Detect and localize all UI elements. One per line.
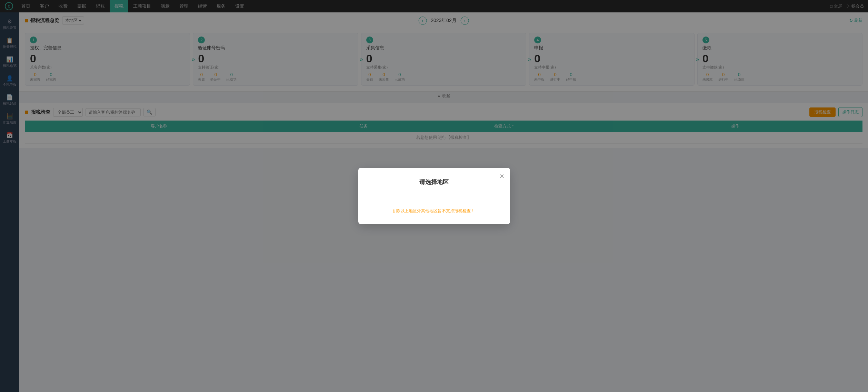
modal-title: 请选择地区 [372, 178, 496, 186]
modal-warning: ℹ 除以上地区外其他地区暂不支持报税检查！ [372, 208, 496, 214]
warning-icon: ℹ [393, 209, 395, 214]
modal-overlay[interactable]: ✕ 请选择地区 ℹ 除以上地区外其他地区暂不支持报税检查！ [0, 0, 868, 392]
modal-box: ✕ 请选择地区 ℹ 除以上地区外其他地区暂不支持报税检查！ [358, 168, 510, 224]
modal-close-btn[interactable]: ✕ [499, 173, 505, 180]
